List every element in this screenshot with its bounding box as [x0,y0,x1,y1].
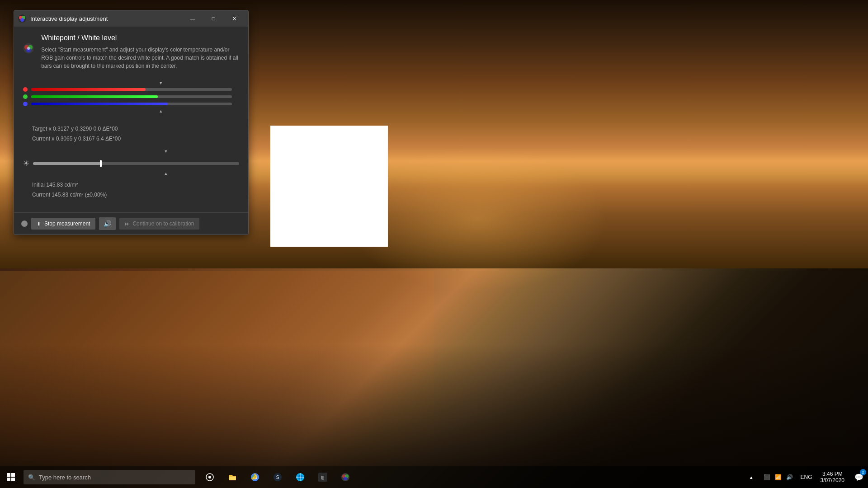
brightness-section: ☀ [23,159,239,168]
brightness-marker-bottom-area: ▲ [36,171,239,178]
steam-button[interactable]: S [267,466,288,488]
description-text: Select "Start measurement" and adjust yo… [41,46,239,70]
red-dot [23,87,28,92]
tray-icon-1: ⬛ [762,474,772,480]
title-bar: Interactive display adjustment — □ ✕ [14,10,248,27]
center-arrow-down-icon: ▼ [159,81,163,85]
red-slider-fill [31,88,146,91]
target-coord: Target x 0.3127 y 0.3290 0.0 ΔE*00 [32,124,239,134]
green-slider-fill [31,95,158,98]
brightness-slider-fill [33,162,101,165]
search-icon: 🔍 [28,474,35,481]
blue-dot [23,102,28,106]
search-placeholder-text: Type here to search [39,474,91,481]
brightness-sun-icon: ☀ [23,159,29,168]
app-icon [18,14,27,23]
date-display: 3/07/2020 [821,477,844,483]
logo-cell-tl [7,473,10,477]
center-marker-bottom-area: ▲ [31,109,239,115]
brightness-slider-track[interactable] [33,162,239,165]
speaker-icon: 🔊 [104,220,111,227]
ground-dark [0,344,868,466]
volume-icon: 🔊 [785,474,794,480]
brightness-values: Initial 145.83 cd/m² Current 145.83 cd/m… [32,180,239,200]
header-section: Whitepoint / White level Select "Start m… [23,34,239,70]
expand-icon: ▲ [749,475,754,480]
browser2-button[interactable] [289,466,311,488]
green-slider-wrapper [31,95,236,98]
green-slider-row [23,94,239,99]
sound-button[interactable]: 🔊 [99,217,116,230]
epic-button[interactable]: E [312,466,334,488]
section-title: Whitepoint / White level [41,34,239,42]
close-button[interactable]: ✕ [224,12,245,25]
brightness-thumb [100,160,102,167]
red-slider-track[interactable] [31,88,232,91]
blue-slider-wrapper [31,103,236,105]
notification-center-button[interactable]: 💬 2 [850,466,868,488]
logo-cell-br [11,478,15,481]
coords-section: Target x 0.3127 y 0.3290 0.0 ΔE*00 Curre… [32,124,239,144]
logo-cell-tr [11,473,15,477]
svg-point-3 [20,18,24,22]
window-controls: — □ ✕ [182,12,245,25]
color-app-button[interactable] [335,466,356,488]
bottom-bar: ⏸ Stop measurement 🔊 ⏭ Continue on to ca… [14,212,248,235]
start-button[interactable] [0,466,22,488]
sliders-section: ▼ [23,77,239,119]
notification-count: 2 [860,469,866,475]
window-content: Whitepoint / White level Select "Start m… [14,27,248,212]
blue-slider-fill [31,103,168,105]
continue-label: Continue on to calibration [132,221,194,227]
continue-calibration-button[interactable]: ⏭ Continue on to calibration [119,218,199,230]
windows-logo [7,473,15,481]
network-icon: 📶 [774,474,783,480]
pause-icon: ⏸ [37,221,42,226]
fast-forward-icon: ⏭ [125,221,130,226]
minimize-button[interactable]: — [182,12,203,25]
chrome-icon [250,473,259,482]
status-indicator [21,221,28,227]
taskbar-center-icons: S E [199,466,356,488]
color-app-icon [341,473,350,482]
blue-slider-row [23,102,239,106]
header-text: Whitepoint / White level Select "Start m… [41,34,239,70]
file-explorer-button[interactable] [222,466,243,488]
blue-slider-track[interactable] [31,103,232,105]
brightness-marker-top-area: ▼ [36,149,239,155]
app-window: Interactive display adjustment — □ ✕ Whi… [14,10,249,235]
chrome-button[interactable] [244,466,266,488]
folder-icon [228,473,237,481]
brightness-arrow-down-icon: ▼ [164,149,168,154]
calibration-white-square [270,126,388,247]
stop-label: Stop measurement [44,221,90,227]
language-indicator[interactable]: ENG [798,474,815,480]
center-arrow-up-icon: ▲ [159,109,163,113]
epic-icon: E [318,473,327,482]
red-slider-row [23,87,239,92]
expand-tray-button[interactable]: ▲ [744,466,759,488]
system-tray[interactable]: ⬛ 📶 🔊 [759,466,798,488]
maximize-button[interactable]: □ [203,12,224,25]
stop-measurement-button[interactable]: ⏸ Stop measurement [31,218,95,230]
clock[interactable]: 3:46 PM 3/07/2020 [815,466,850,488]
window-title: Interactive display adjustment [30,15,182,22]
browser-icon [296,473,305,482]
svg-point-25 [344,477,347,480]
green-dot [23,94,28,99]
center-marker-top-area: ▼ [31,81,239,87]
task-view-button[interactable] [199,466,221,488]
svg-point-8 [27,47,30,50]
color-wheel-logo [23,34,34,63]
brightness-arrow-up-icon: ▲ [164,171,168,176]
svg-point-10 [208,476,211,479]
green-slider-track[interactable] [31,95,232,98]
initial-brightness: Initial 145.83 cd/m² [32,180,239,190]
svg-text:E: E [321,475,325,480]
taskbar: 🔍 Type here to search [0,466,868,488]
steam-icon: S [273,473,282,482]
red-slider-wrapper [31,88,236,91]
logo-cell-bl [7,478,10,481]
current-brightness: Current 145.83 cd/m² (±0.00%) [32,190,239,200]
search-bar[interactable]: 🔍 Type here to search [24,470,195,484]
